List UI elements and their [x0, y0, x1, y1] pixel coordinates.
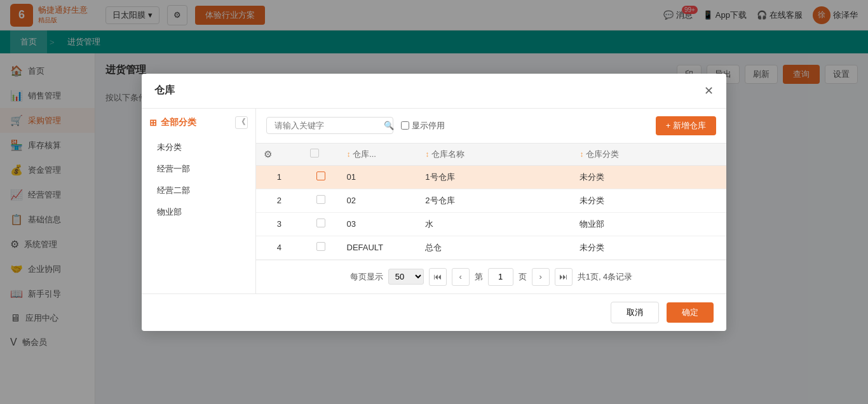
warehouse-table: ⚙ ↕ 仓库... ↕ 仓库名称 — [256, 143, 726, 260]
grid-icon: ⊞ — [149, 118, 157, 128]
row-seq: 1 — [256, 165, 302, 189]
category-label-0: 未分类 — [157, 142, 182, 152]
add-warehouse-button[interactable]: + 新增仓库 — [656, 116, 716, 135]
collapse-button[interactable]: 《 — [235, 116, 248, 129]
row-category: 未分类 — [572, 165, 726, 189]
th-name-label: 仓库名称 — [431, 149, 465, 159]
search-input-wrap: 🔍 — [266, 117, 393, 134]
th-name[interactable]: ↕ 仓库名称 — [417, 143, 572, 165]
table-scroll: ⚙ ↕ 仓库... ↕ 仓库名称 — [256, 143, 726, 260]
confirm-button[interactable]: 确定 — [667, 302, 714, 323]
row-check[interactable] — [302, 189, 339, 212]
table-panel: 🔍 显示停用 + 新增仓库 ⚙ — [256, 109, 726, 293]
th-code-label: 仓库... — [353, 149, 376, 159]
th-gear[interactable]: ⚙ — [256, 143, 302, 165]
category-panel: ⊞ 全部分类 《 未分类 经营一部 经营二部 物业部 — [142, 109, 256, 293]
th-cat-label: 仓库分类 — [586, 149, 619, 159]
th-check[interactable] — [302, 143, 339, 165]
all-category-label: 全部分类 — [161, 117, 196, 128]
row-name: 总仓 — [417, 236, 572, 259]
warehouse-modal: 仓库 ✕ ⊞ 全部分类 《 未分类 经营一部 经营二部 — [142, 74, 726, 331]
category-label-1: 经营一部 — [157, 164, 190, 173]
row-category: 未分类 — [572, 236, 726, 259]
all-category-item[interactable]: ⊞ 全部分类 《 — [149, 116, 248, 129]
row-check[interactable] — [302, 165, 339, 189]
row-name: 水 — [417, 212, 572, 236]
row-name: 1号仓库 — [417, 165, 572, 189]
row-code: DEFAULT — [339, 236, 418, 259]
show-disabled-checkbox[interactable] — [401, 121, 409, 130]
row-seq: 2 — [256, 189, 302, 212]
close-icon[interactable]: ✕ — [704, 84, 714, 98]
row-seq: 3 — [256, 212, 302, 236]
category-label-2: 经营二部 — [157, 185, 190, 195]
next-page-button[interactable]: › — [532, 268, 550, 286]
row-code: 01 — [339, 165, 418, 189]
th-code[interactable]: ↕ 仓库... — [339, 143, 418, 165]
modal-title: 仓库 — [154, 84, 175, 97]
page-prefix-label: 第 — [475, 271, 483, 283]
show-disabled-checkbox-wrap[interactable]: 显示停用 — [401, 120, 445, 131]
row-category: 未分类 — [572, 189, 726, 212]
category-item-dept1[interactable]: 经营一部 — [149, 158, 248, 180]
page-number-input[interactable] — [488, 268, 513, 286]
modal-body: ⊞ 全部分类 《 未分类 经营一部 经营二部 物业部 — [142, 109, 726, 293]
category-item-property[interactable]: 物业部 — [149, 201, 248, 223]
row-code: 02 — [339, 189, 418, 212]
row-check[interactable] — [302, 236, 339, 259]
page-summary: 共1页, 4条记录 — [578, 271, 633, 283]
last-page-button[interactable]: ⏭ — [555, 268, 573, 286]
category-item-unclassified[interactable]: 未分类 — [149, 137, 248, 158]
th-category[interactable]: ↕ 仓库分类 — [572, 143, 726, 165]
row-category: 物业部 — [572, 212, 726, 236]
row-seq: 4 — [256, 236, 302, 259]
modal-overlay: 仓库 ✕ ⊞ 全部分类 《 未分类 经营一部 经营二部 — [0, 0, 868, 404]
prev-page-button[interactable]: ‹ — [452, 268, 470, 286]
table-row[interactable]: 2 02 2号仓库 未分类 — [256, 189, 726, 212]
category-label-3: 物业部 — [157, 207, 182, 217]
cancel-button[interactable]: 取消 — [611, 302, 659, 323]
row-check[interactable] — [302, 212, 339, 236]
per-page-label: 每页显示 — [350, 271, 383, 283]
row-code: 03 — [339, 212, 418, 236]
table-row[interactable]: 1 01 1号仓库 未分类 — [256, 165, 726, 189]
category-item-dept2[interactable]: 经营二部 — [149, 180, 248, 201]
pagination: 每页显示 50 100 200 ⏮ ‹ 第 页 › ⏭ 共1页, 4条记录 — [256, 260, 726, 293]
page-suffix-label: 页 — [519, 271, 527, 283]
search-icon[interactable]: 🔍 — [384, 121, 394, 130]
first-page-button[interactable]: ⏮ — [429, 268, 447, 286]
modal-header: 仓库 ✕ — [142, 74, 726, 109]
table-toolbar: 🔍 显示停用 + 新增仓库 — [256, 109, 726, 143]
search-input[interactable] — [272, 118, 384, 133]
modal-footer: 取消 确定 — [142, 293, 726, 331]
table-row[interactable]: 3 03 水 物业部 — [256, 212, 726, 236]
show-disabled-label: 显示停用 — [412, 120, 445, 131]
row-name: 2号仓库 — [417, 189, 572, 212]
table-row[interactable]: 4 DEFAULT 总仓 未分类 — [256, 236, 726, 259]
per-page-select[interactable]: 50 100 200 — [388, 269, 424, 285]
